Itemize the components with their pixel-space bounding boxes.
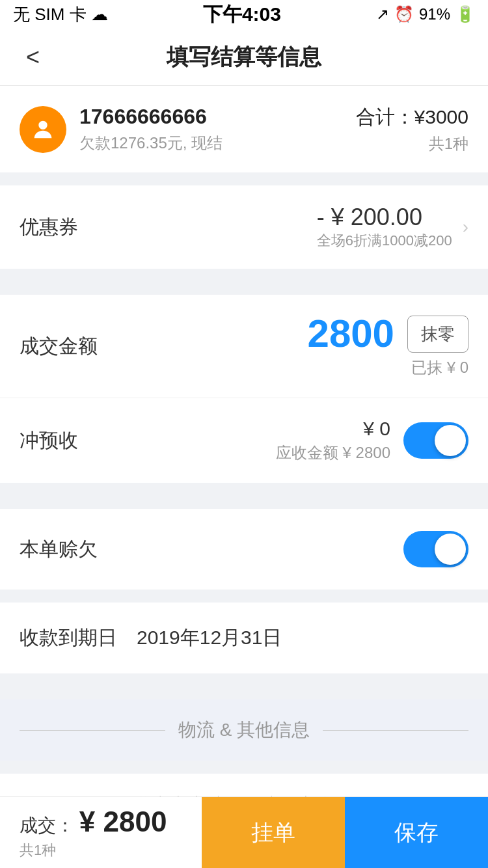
status-bar: 无 SIM 卡 ☁ 下午4:03 ↗ ⏰ 91% 🔋	[0, 0, 488, 29]
deal-amount-sub: 已抹 ¥ 0	[308, 357, 468, 378]
customer-sub-info: 欠款1276.35元, 现结	[79, 133, 223, 154]
nav-bar: < 填写结算等信息	[0, 29, 488, 86]
logistics-section: 物流 & 其他信息	[0, 699, 488, 761]
status-right: ↗ ⏰ 91% 🔋	[376, 5, 475, 23]
chevron-right-icon: ›	[463, 217, 468, 237]
total-amount: 合计：¥3000	[356, 104, 468, 131]
battery-level: 91%	[419, 5, 450, 23]
page-title: 填写结算等信息	[167, 42, 321, 72]
customer-left: 17666666666 欠款1276.35元, 现结	[20, 105, 223, 154]
deal-amount-label: 成交金额	[20, 333, 98, 360]
avatar	[20, 106, 66, 153]
debt-toggle[interactable]	[403, 531, 468, 567]
sim-status: 无 SIM 卡 ☁	[13, 3, 108, 26]
bottom-count: 共1种	[20, 841, 182, 860]
bottom-summary: 成交： ¥ 2800 共1种	[0, 806, 202, 860]
prepay-right: ¥ 0 应收金额 ¥ 2800	[276, 418, 468, 463]
logistics-header-text: 物流 & 其他信息	[178, 718, 310, 742]
due-date-label: 收款到期日	[20, 625, 117, 651]
customer-details: 17666666666 欠款1276.35元, 现结	[79, 105, 223, 154]
battery-icon: 🔋	[455, 5, 475, 23]
clock-icon: ⏰	[394, 5, 414, 23]
bottom-deal-amount: ¥ 2800	[79, 806, 167, 837]
debt-row: 本单赊欠	[0, 509, 488, 590]
section-divider-3	[0, 686, 488, 699]
prepay-values: ¥ 0 应收金额 ¥ 2800	[276, 418, 390, 463]
customer-phone: 17666666666	[79, 105, 223, 129]
customer-info-card: 17666666666 欠款1276.35元, 现结 合计：¥3000 共1种	[0, 86, 488, 172]
coupon-right: - ¥ 200.00 全场6折满1000减200 ›	[317, 204, 468, 251]
main-content: 17666666666 欠款1276.35元, 现结 合计：¥3000 共1种 …	[0, 86, 488, 868]
prepay-label: 冲预收	[20, 427, 78, 454]
section-divider-1	[0, 282, 488, 295]
coupon-desc: 全场6折满1000减200	[317, 231, 452, 251]
coupon-row[interactable]: 优惠券 - ¥ 200.00 全场6折满1000减200 ›	[0, 185, 488, 269]
coupon-amount: - ¥ 200.00	[317, 204, 452, 231]
section-divider-2	[0, 496, 488, 509]
prepay-toggle[interactable]	[403, 422, 468, 459]
bottom-deal-label: 成交：	[20, 815, 74, 835]
status-left: 无 SIM 卡 ☁	[13, 3, 108, 26]
bottom-deal-line: 成交： ¥ 2800	[20, 806, 182, 838]
prepay-sub: 应收金额 ¥ 2800	[276, 442, 390, 463]
hold-order-button[interactable]: 挂单	[202, 797, 345, 869]
location-icon: ↗	[376, 5, 389, 23]
back-button[interactable]: <	[20, 37, 46, 77]
due-date-value: 2019年12月31日	[137, 625, 282, 651]
coupon-label: 优惠券	[20, 214, 78, 241]
bottom-bar: 成交： ¥ 2800 共1种 挂单 保存	[0, 796, 488, 868]
prepay-row: 冲预收 ¥ 0 应收金额 ¥ 2800	[0, 398, 488, 483]
prepay-amount: ¥ 0	[276, 418, 390, 440]
logistics-line-left	[20, 730, 165, 731]
total-count: 共1种	[356, 133, 468, 154]
logistics-line-right	[323, 730, 468, 731]
round-zero-button[interactable]: 抹零	[407, 316, 468, 353]
save-button[interactable]: 保存	[345, 797, 488, 869]
toggle-knob	[435, 425, 466, 456]
deal-amount-value: 2800	[308, 314, 394, 353]
deal-amount-value-group: 2800 抹零	[308, 314, 468, 353]
customer-total: 合计：¥3000 共1种	[356, 104, 468, 154]
debt-toggle-knob	[435, 534, 466, 565]
status-time: 下午4:03	[203, 1, 281, 28]
svg-point-0	[38, 120, 47, 129]
deal-amount-row: 成交金额 2800 抹零 已抹 ¥ 0	[0, 295, 488, 398]
logistics-header: 物流 & 其他信息	[20, 718, 468, 742]
deal-amount-section: 成交金额 2800 抹零 已抹 ¥ 0 冲预收 ¥ 0 应收金额 ¥ 2800	[0, 295, 488, 483]
debt-label: 本单赊欠	[20, 536, 98, 563]
due-date-row: 收款到期日 2019年12月31日	[0, 603, 488, 673]
